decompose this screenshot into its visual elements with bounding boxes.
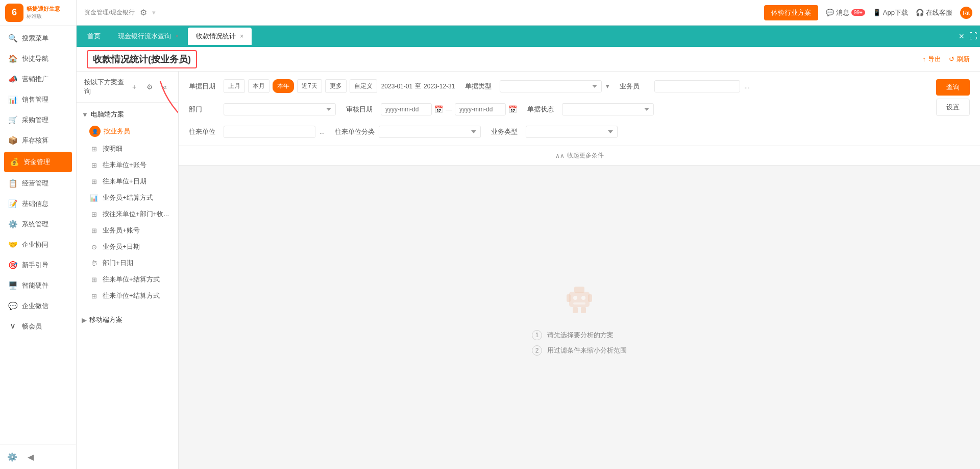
sidebar-item-guide[interactable]: 🎯 新手引导 (0, 255, 76, 275)
scheme-item-unit-method1[interactable]: ⊞ 往来单位+结算方式 (77, 271, 178, 288)
grid3-icon: ⊞ (89, 177, 99, 186)
sidebar-item-sales[interactable]: 📊 销售管理 (0, 89, 76, 110)
grid2-icon: ⊞ (89, 160, 99, 170)
scheme-item-salesperson-date[interactable]: ⊙ 业务员+日期 (77, 239, 178, 255)
scheme-item-by-detail[interactable]: ⊞ 按明细 (77, 140, 178, 157)
scheme-group-mobile-header[interactable]: ▶ 移动端方案 (77, 312, 178, 327)
window-max-icon[interactable]: ⛶ (969, 32, 977, 41)
app-download-btn[interactable]: 📱 App下载 (873, 8, 908, 17)
grid-icon: ⊞ (89, 144, 99, 153)
export-button[interactable]: ↑ 导出 (923, 55, 942, 64)
sidebar-item-operation[interactable]: 📋 经营管理 (0, 173, 76, 194)
unit-more-btn[interactable]: ... (320, 128, 325, 135)
operation-icon: 📋 (8, 178, 18, 189)
topbar-gear-icon[interactable]: ⚙ (140, 8, 147, 17)
scheme-settings-btn[interactable]: ⚙ (144, 81, 155, 92)
svg-rect-6 (567, 294, 571, 302)
grid7-icon: ⊞ (89, 291, 99, 300)
message-btn[interactable]: 💬 消息 99+ (826, 8, 865, 17)
query-button[interactable]: 查询 (936, 79, 970, 96)
page-title: 收款情况统计(按业务员) (93, 54, 191, 64)
left-panel-icons: + ⚙ « (129, 81, 170, 92)
calendar-to-icon[interactable]: 📅 (508, 105, 517, 113)
scheme-item-dept-date[interactable]: ⏱ 部门+日期 (77, 255, 178, 271)
scheme-item-salesperson-account[interactable]: ⊞ 业务员+账号 (77, 222, 178, 239)
scheme-item-unit-dept-collect[interactable]: ⊞ 按往来单位+部门+收... (77, 206, 178, 222)
online-service-btn[interactable]: 🎧 在线客服 (916, 8, 952, 17)
sidebar-item-marketing[interactable]: 📣 营销推广 (0, 69, 76, 89)
doc-type-label: 单据类型 (465, 82, 496, 91)
date-btn-this-month[interactable]: 本月 (248, 79, 270, 93)
tab-bank-flow[interactable]: 现金银行流水查询 × (110, 28, 187, 45)
date-btn-more[interactable]: 更多 (325, 79, 347, 93)
tab-home[interactable]: 首页 (79, 28, 109, 45)
tab-bank-flow-close[interactable]: × (175, 33, 179, 40)
group-expand-arrow: ▼ (82, 111, 88, 119)
right-panel: 单据日期 上月 本月 本年 近7天 更多 自定义 (179, 72, 980, 469)
sidebar-item-member[interactable]: V 畅会员 (0, 316, 76, 337)
collapse-bar[interactable]: ∧∧ 收起更多条件 (179, 146, 980, 166)
doc-type-chevron[interactable]: ▾ (606, 82, 609, 90)
active-dot-icon: 👤 (89, 126, 101, 137)
content-area: 按以下方案查询 + ⚙ « (77, 72, 980, 469)
refresh-button[interactable]: ↺ 刷新 (949, 55, 970, 64)
date-btn-this-year[interactable]: 本年 (273, 79, 294, 93)
trial-button[interactable]: 体验行业方案 (764, 5, 818, 20)
collapse-sidebar-icon[interactable]: ◀ (23, 450, 38, 464)
audit-date-to[interactable] (455, 103, 506, 115)
tab-collection-stats[interactable]: 收款情况统计 × (188, 28, 252, 45)
doc-status-label: 单据状态 (527, 105, 558, 114)
scheme-item-unit-account[interactable]: ⊞ 往来单位+账号 (77, 157, 178, 173)
left-panel: 按以下方案查询 + ⚙ « (77, 72, 179, 469)
tab-collection-stats-close[interactable]: × (240, 33, 243, 40)
settings-bottom-icon[interactable]: ⚙️ (5, 450, 19, 464)
unit-category-label: 往来单位分类 (335, 127, 375, 136)
sidebar-item-quick-nav[interactable]: 🏠 快捷导航 (0, 49, 76, 69)
date-btn-last-month[interactable]: 上月 (224, 79, 245, 93)
unit-input[interactable] (224, 126, 315, 138)
sidebar-item-hardware[interactable]: 🖥️ 智能硬件 (0, 275, 76, 296)
audit-date-from[interactable] (381, 103, 432, 115)
filter-item-doc-status: 单据状态 (527, 103, 654, 115)
logo-badge: 标准版 (27, 13, 60, 20)
scheme-group-pc-header[interactable]: ▼ 电脑端方案 (77, 107, 178, 122)
hardware-icon: 🖥️ (8, 280, 18, 291)
filter-item-biz-type: 业务类型 (491, 126, 618, 138)
add-scheme-btn[interactable]: + (129, 81, 140, 92)
sidebar-item-system[interactable]: ⚙️ 系统管理 (0, 214, 76, 235)
avatar-icon: Rit (960, 7, 972, 19)
hint-step-1: 1 请先选择要分析的方案 (532, 330, 627, 340)
sidebar-item-finance[interactable]: 💰 资金管理 (4, 152, 72, 172)
scheme-item-unit-date[interactable]: ⊞ 往来单位+日期 (77, 173, 178, 190)
setting-button[interactable]: 设置 (936, 99, 970, 116)
topbar-actions: 体验行业方案 💬 消息 99+ 📱 App下载 🎧 在线客服 Rit (764, 5, 972, 20)
scheme-item-salesperson-method[interactable]: 📊 业务员+结算方式 (77, 190, 178, 206)
sidebar-item-basic[interactable]: 📝 基础信息 (0, 194, 76, 214)
salesperson-input[interactable] (654, 80, 740, 92)
logo-icon: 6 (5, 4, 23, 22)
unit-category-select[interactable] (379, 126, 481, 138)
dept-select[interactable] (224, 103, 336, 115)
refresh-icon: ↺ (949, 55, 954, 63)
result-hint: 1 请先选择要分析的方案 2 用过滤条件来缩小分析范围 (532, 279, 627, 356)
doc-type-select[interactable] (500, 80, 602, 92)
doc-status-select[interactable] (562, 103, 654, 115)
calendar-from-icon[interactable]: 📅 (434, 105, 443, 113)
salesperson-more-btn[interactable]: ... (744, 83, 749, 90)
date-filter-label: 单据日期 (189, 82, 219, 91)
biz-type-select[interactable] (526, 126, 618, 138)
bar-icon: 📊 (89, 193, 99, 202)
date-btn-7days[interactable]: 近7天 (297, 79, 322, 93)
sidebar-item-enterprise[interactable]: 🤝 企业协同 (0, 235, 76, 255)
date-btn-custom[interactable]: 自定义 (350, 79, 377, 93)
sidebar-item-wechat[interactable]: 💬 企业微信 (0, 296, 76, 316)
sidebar-item-purchase[interactable]: 🛒 采购管理 (0, 110, 76, 130)
sidebar-item-search[interactable]: 🔍 搜索菜单 (0, 28, 76, 49)
user-avatar[interactable]: Rit (960, 7, 972, 19)
sidebar-item-inventory[interactable]: 📦 库存核算 (0, 130, 76, 151)
scheme-item-unit-method2[interactable]: ⊞ 往来单位+结算方式 (77, 288, 178, 304)
window-close-icon[interactable]: × (959, 31, 964, 42)
collapse-panel-btn[interactable]: « (159, 81, 170, 92)
date-buttons-group: 上月 本月 本年 近7天 更多 自定义 (224, 79, 377, 93)
scheme-item-by-salesperson[interactable]: 👤 按业务员 (77, 122, 178, 140)
